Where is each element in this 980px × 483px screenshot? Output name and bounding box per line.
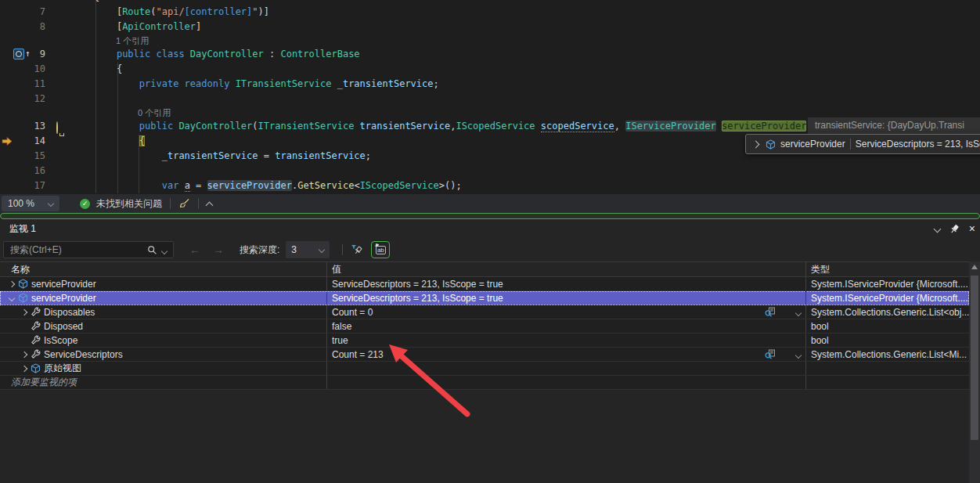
watch-row-原始视图[interactable]: 原始视图 — [0, 362, 969, 376]
visualizer-magnifier-icon[interactable] — [765, 349, 776, 359]
vs-debugger-window: {7 [Route("api/[controller]")]8 [ApiCont… — [0, 0, 980, 483]
watch-value[interactable]: false — [327, 319, 806, 333]
expander-collapsed-icon[interactable] — [20, 352, 28, 357]
code-line-9[interactable]: 9↑ public class DayController : Controll… — [0, 47, 980, 62]
window-position-chevron-icon[interactable] — [935, 223, 940, 234]
watch-name: IsScope — [44, 335, 77, 346]
pin-icon[interactable] — [949, 224, 960, 234]
codelens-references[interactable]: 1 个引用 — [0, 34, 980, 47]
watch-type: bool — [806, 319, 969, 333]
watch-row-Disposed[interactable]: Disposedfalsebool — [0, 319, 969, 333]
ab-label: ab — [376, 246, 386, 254]
pinned-datatip-offscreen-icon[interactable]: ↑ — [13, 49, 31, 59]
editor-status-bar: 100 % ✓ 未找到相关问题 — [0, 194, 980, 213]
watch-search-box[interactable] — [3, 241, 174, 258]
expander-collapsed-icon[interactable] — [20, 366, 28, 371]
search-back-arrow[interactable]: ← — [189, 243, 200, 256]
line-number: 10 — [11, 62, 45, 77]
close-icon[interactable]: × — [969, 223, 975, 234]
property-wrench-icon — [31, 349, 41, 359]
code-text: private readonly ITransientService _tran… — [94, 77, 439, 92]
code-text: public class DayController : ControllerB… — [94, 47, 360, 62]
search-depth-dropdown[interactable]: 3 — [286, 241, 330, 258]
visualizer-chevron-icon[interactable] — [796, 307, 801, 318]
column-header-name[interactable]: 名称 — [0, 262, 327, 276]
search-input[interactable] — [4, 244, 147, 255]
line-number: 13 — [11, 119, 45, 134]
chevron-down-icon — [48, 200, 54, 207]
column-header-value[interactable]: 值 — [327, 262, 806, 276]
watch-scrollbar[interactable] — [969, 261, 980, 483]
watch-toolbar: ← → 搜索深度: 3 ab — [0, 238, 980, 261]
watch-row-Disposables[interactable]: DisposablesCount = 0System.Collections.G… — [0, 305, 969, 319]
watch-type: System.Collections.Generic.List<Mi... — [806, 348, 969, 361]
watch-row-serviceProvider[interactable]: serviceProviderServiceDescriptors = 213,… — [0, 277, 969, 291]
object-cube-icon — [18, 279, 28, 289]
code-text: { — [94, 62, 122, 77]
expander-expanded-icon[interactable] — [8, 296, 16, 301]
code-text: [ApiController] — [94, 20, 201, 34]
code-line-7[interactable]: 7 [Route("api/[controller]")] — [0, 5, 980, 20]
code-line-16[interactable]: 16 — [0, 164, 980, 178]
search-forward-arrow[interactable]: → — [213, 243, 224, 256]
line-number: 7 — [11, 5, 45, 20]
property-wrench-icon — [31, 335, 41, 345]
watch-value[interactable] — [327, 362, 806, 375]
search-icon — [147, 245, 157, 255]
add-watch-row[interactable]: 添加要监视的项 — [0, 376, 969, 390]
watch-value[interactable]: Count = 0 — [327, 305, 806, 319]
datatip-name: serviceProvider — [780, 139, 845, 150]
datatip-serviceprovider[interactable]: serviceProvider ServiceDescriptors = 213… — [745, 134, 980, 154]
divider — [198, 198, 199, 209]
property-wrench-icon — [31, 321, 41, 331]
visualizer-chevron-icon[interactable] — [796, 349, 801, 360]
divider — [170, 198, 171, 209]
zoom-selector[interactable]: 100 % — [2, 196, 59, 211]
code-line-8[interactable]: 8 [ApiController] — [0, 20, 980, 34]
line-number: 14 — [11, 134, 45, 149]
scrollbar-up-arrow[interactable] — [971, 265, 978, 269]
code-lines: {7 [Route("api/[controller]")]8 [ApiCont… — [0, 0, 980, 193]
datatip-expander-icon[interactable] — [753, 139, 758, 150]
watch-value[interactable]: ServiceDescriptors = 213, IsScope = true — [327, 291, 806, 305]
text-visualizer-toggle[interactable]: ab — [371, 241, 390, 258]
scrollbar-thumb[interactable] — [971, 276, 978, 440]
visualizer-magnifier-icon[interactable] — [765, 307, 776, 317]
watch-name: Disposables — [44, 307, 95, 318]
watch-row-IsScope[interactable]: IsScopetruebool — [0, 333, 969, 348]
quick-actions-lightbulb-icon[interactable] — [56, 121, 58, 135]
watch-row-serviceProvider[interactable]: serviceProviderServiceDescriptors = 213,… — [0, 291, 969, 305]
code-line-10[interactable]: 10 { — [0, 62, 980, 77]
watch-row-ServiceDescriptors[interactable]: ServiceDescriptorsCount = 213System.Coll… — [0, 348, 969, 362]
expand-status-bar-chevron[interactable] — [207, 200, 212, 211]
filter-pinned-icon[interactable] — [351, 243, 363, 256]
code-line-12[interactable]: 12 — [0, 92, 980, 106]
object-cube-icon — [766, 139, 776, 150]
datatip-value[interactable]: ServiceDescriptors = 213, IsSc — [856, 139, 980, 150]
watch-grid: 名称 值 类型 serviceProviderServiceDescriptor… — [0, 261, 969, 390]
watch-value[interactable]: Count = 213 — [327, 348, 806, 361]
line-number: 12 — [11, 92, 45, 106]
expander-collapsed-icon[interactable] — [20, 310, 28, 315]
watch-value[interactable]: ServiceDescriptors = 213, IsScope = true — [327, 277, 806, 290]
active-panel-splitter[interactable] — [0, 213, 980, 219]
watch-type: System.IServiceProvider {Microsoft.... — [806, 277, 969, 290]
object-cube-icon — [31, 363, 41, 373]
search-options-chevron-icon[interactable] — [162, 243, 167, 257]
code-editor[interactable]: {7 [Route("api/[controller]")]8 [ApiCont… — [0, 0, 980, 194]
current-statement-arrow-icon[interactable] — [2, 136, 13, 146]
property-wrench-icon — [31, 307, 41, 317]
code-cleanup-broom-icon[interactable] — [178, 198, 190, 210]
watch-title: 监视 1 — [9, 222, 36, 236]
column-header-type[interactable]: 类型 — [806, 262, 969, 276]
object-cube-icon — [18, 293, 28, 303]
code-line-11[interactable]: 11 private readonly ITransientService _t… — [0, 77, 980, 92]
code-line-17[interactable]: 17 var a = serviceProvider.GetService<IS… — [0, 178, 980, 193]
watch-titlebar[interactable]: 监视 1 × — [0, 219, 980, 238]
watch-name: serviceProvider — [31, 293, 96, 304]
code-text: public DayController(ITransientService t… — [94, 119, 812, 134]
watch-value[interactable]: true — [327, 333, 806, 347]
watch-grid-header: 名称 值 类型 — [0, 262, 969, 277]
expander-collapsed-icon[interactable] — [8, 282, 16, 287]
watch-type: bool — [806, 333, 969, 347]
